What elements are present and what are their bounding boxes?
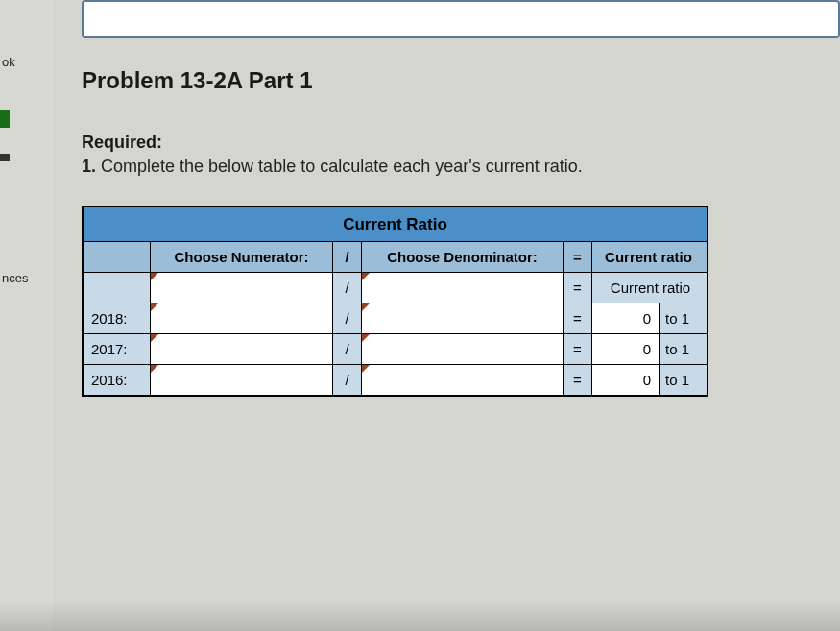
table-title-row: Current Ratio bbox=[84, 207, 708, 242]
row0-year bbox=[84, 273, 151, 303]
row1-divider: / bbox=[333, 303, 362, 334]
current-ratio-table: Current Ratio Choose Numerator: / Choose… bbox=[83, 206, 708, 396]
row0-equals: = bbox=[564, 273, 592, 303]
table-row-2018: 2018: / = 0 to 1 bbox=[84, 303, 708, 334]
required-text-body: Complete the below table to calculate ea… bbox=[101, 157, 583, 176]
row3-numerator-input[interactable] bbox=[151, 365, 333, 396]
required-number: 1. bbox=[82, 157, 96, 176]
row0-result: Current ratio bbox=[592, 273, 708, 303]
header-numerator: Choose Numerator: bbox=[151, 242, 333, 273]
row2-divider: / bbox=[333, 334, 362, 365]
main-content: Problem 13-2A Part 1 Required: 1. Comple… bbox=[82, 48, 830, 400]
row1-value: 0 bbox=[592, 303, 660, 334]
sidebar-marker-green bbox=[0, 110, 10, 128]
row3-to1: to 1 bbox=[660, 365, 708, 396]
row1-numerator-input[interactable] bbox=[151, 303, 333, 334]
row3-year: 2016: bbox=[84, 365, 151, 396]
top-input-bar[interactable] bbox=[82, 0, 840, 38]
bottom-shadow bbox=[0, 602, 840, 631]
ratio-table-container: Current Ratio Choose Numerator: / Choose… bbox=[82, 206, 708, 397]
table-title-cell: Current Ratio bbox=[84, 207, 708, 242]
required-block: Required: bbox=[82, 133, 830, 153]
table-header-row: Choose Numerator: / Choose Denominator: … bbox=[84, 242, 708, 273]
row2-to1: to 1 bbox=[660, 334, 708, 365]
row1-year: 2018: bbox=[84, 303, 151, 334]
row2-denominator-input[interactable] bbox=[362, 334, 564, 365]
row0-numerator-input[interactable] bbox=[151, 273, 333, 303]
table-row-2017: 2017: / = 0 to 1 bbox=[84, 334, 708, 365]
header-year bbox=[84, 242, 151, 273]
problem-title: Problem 13-2A Part 1 bbox=[82, 67, 830, 94]
header-equals: = bbox=[564, 242, 592, 273]
row3-value: 0 bbox=[592, 365, 660, 396]
header-divider: / bbox=[333, 242, 362, 273]
header-denominator: Choose Denominator: bbox=[362, 242, 564, 273]
row3-divider: / bbox=[333, 365, 362, 396]
sidebar-label-2: nces bbox=[0, 269, 30, 287]
required-label: Required: bbox=[82, 133, 162, 152]
sidebar-label-1: ok bbox=[0, 53, 17, 71]
table-row-2016: 2016: / = 0 to 1 bbox=[84, 365, 708, 396]
required-instruction: 1. Complete the below table to calculate… bbox=[82, 157, 830, 177]
sidebar-marker-dark bbox=[0, 154, 10, 161]
row1-to1: to 1 bbox=[660, 303, 708, 334]
table-row-blank: / = Current ratio bbox=[84, 273, 708, 303]
left-sidebar: ok nces bbox=[0, 0, 53, 631]
row2-year: 2017: bbox=[84, 334, 151, 365]
row3-equals: = bbox=[564, 365, 592, 396]
row0-divider: / bbox=[333, 273, 362, 303]
row2-numerator-input[interactable] bbox=[151, 334, 333, 365]
row3-denominator-input[interactable] bbox=[362, 365, 564, 396]
row2-value: 0 bbox=[592, 334, 660, 365]
row1-denominator-input[interactable] bbox=[362, 303, 564, 334]
row1-equals: = bbox=[564, 303, 592, 334]
header-result: Current ratio bbox=[592, 242, 708, 273]
row2-equals: = bbox=[564, 334, 592, 365]
row0-denominator-input[interactable] bbox=[362, 273, 564, 303]
